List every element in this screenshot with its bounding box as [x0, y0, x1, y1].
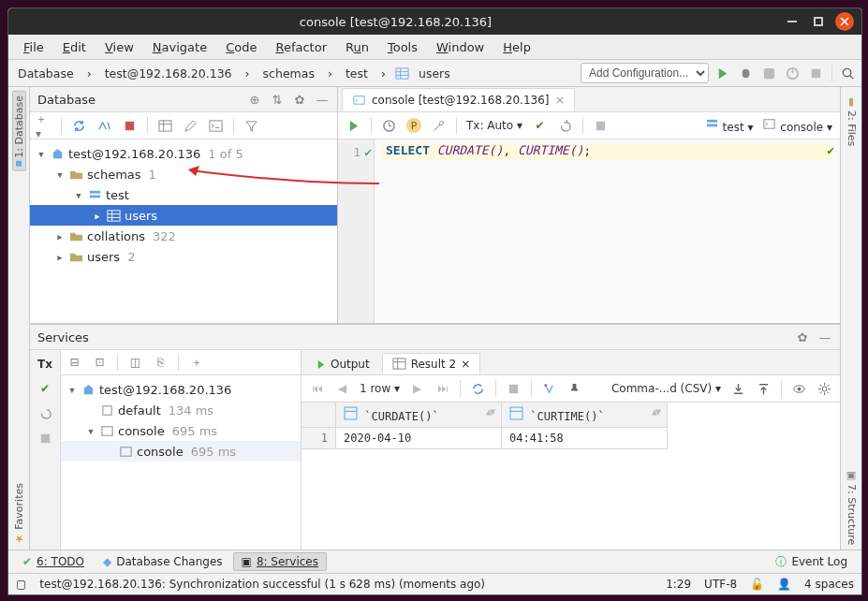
refresh-icon[interactable] [71, 118, 87, 134]
next-page-icon[interactable]: ▶ [409, 381, 425, 397]
hide-services-icon[interactable]: — [817, 330, 832, 344]
tool-favorites[interactable]: ★Favorites [12, 478, 26, 550]
sync-icon[interactable] [96, 118, 112, 134]
pin-icon[interactable] [566, 381, 582, 397]
execute-icon[interactable] [346, 118, 361, 134]
menu-run[interactable]: Run [336, 38, 378, 56]
sql-editor[interactable]: 1✔ SELECT CURDATE(), CURTIME(); ✔ [338, 139, 840, 323]
menu-refactor[interactable]: Refactor [266, 38, 336, 56]
tool-db-changes[interactable]: ◆Database Changes [95, 552, 231, 571]
prev-page-icon[interactable]: ◀ [334, 381, 350, 397]
inspector-icon[interactable]: 👤 [777, 578, 791, 591]
menu-help[interactable]: Help [493, 38, 540, 56]
menu-edit[interactable]: Edit [53, 38, 96, 56]
run-coverage-icon[interactable] [761, 66, 777, 81]
sql-line-1[interactable]: SELECT CURDATE(), CURTIME(); [382, 143, 832, 160]
run-icon[interactable] [714, 66, 730, 81]
schema-switcher[interactable]: test ▾ [705, 117, 754, 134]
svc-default[interactable]: default 134 ms [61, 400, 301, 420]
encoding[interactable]: UTF-8 [704, 578, 737, 591]
funnel-icon[interactable] [243, 118, 259, 134]
console-icon[interactable] [208, 118, 224, 134]
result-grid[interactable]: `CURDATE()`▲▼ `CURTIME()`▲▼ 1 2020-04-10… [302, 403, 840, 550]
tree-users-folder[interactable]: ▸ users 2 [30, 246, 337, 267]
download-icon[interactable] [730, 381, 746, 397]
gear-icon[interactable]: ✿ [795, 330, 810, 344]
expand-all-icon[interactable]: ⊟ [66, 355, 82, 371]
tool-services[interactable]: ▣8: Services [233, 552, 327, 571]
tool-2-files[interactable]: ▮2: Files [845, 91, 859, 151]
tx-rollback-icon[interactable] [37, 405, 53, 421]
caret-position[interactable]: 1:29 [666, 578, 691, 591]
menu-view[interactable]: View [96, 38, 143, 56]
maximize-button[interactable] [809, 12, 828, 31]
gear-icon[interactable]: ✿ [292, 93, 307, 107]
add-icon[interactable]: ＋ ▾ [36, 118, 51, 134]
col-curdate[interactable]: `CURDATE()` [364, 410, 438, 423]
menu-file[interactable]: File [14, 38, 53, 56]
svc-console-group[interactable]: ▾ console 695 ms [61, 420, 301, 441]
tree-table-users[interactable]: ▸ users [30, 205, 337, 226]
crumb-database[interactable]: Database [14, 66, 78, 81]
svc-console-item[interactable]: console 695 ms [61, 441, 301, 462]
menu-window[interactable]: Window [427, 38, 493, 56]
crumb-users[interactable]: users [415, 66, 454, 81]
database-tree[interactable]: ▾ test@192.168.20.136 1 of 5 ▾ schemas 1 [30, 139, 337, 323]
profile-icon[interactable] [785, 66, 801, 81]
tree-connection[interactable]: ▾ test@192.168.20.136 1 of 5 [30, 143, 337, 164]
stop-db-icon[interactable] [122, 118, 138, 134]
services-tab-result[interactable]: Result 2 × [382, 353, 481, 374]
crumb-test[interactable]: test [342, 66, 372, 81]
run-config-select[interactable]: Add Configuration... [581, 63, 709, 83]
hide-panel-icon[interactable]: — [315, 93, 330, 107]
close-result-icon[interactable]: × [461, 358, 470, 371]
svc-conn[interactable]: ▾ test@192.168.20.136 [61, 379, 301, 400]
tree-collations[interactable]: ▸ collations 322 [30, 226, 337, 246]
tool-event-log[interactable]: ⓘEvent Log [767, 551, 856, 573]
lock-icon[interactable]: 🔓 [750, 578, 764, 591]
compare-icon[interactable] [541, 381, 557, 397]
commit-icon[interactable]: ✔ [532, 118, 548, 134]
indent-widget[interactable]: 4 spaces [804, 578, 854, 591]
first-page-icon[interactable]: ⏮ [309, 381, 325, 397]
debug-icon[interactable] [738, 66, 754, 81]
cell-curtime[interactable]: 04:41:58 [502, 428, 668, 449]
upload-icon[interactable] [756, 381, 772, 397]
rollback-icon[interactable] [557, 118, 573, 134]
services-tab-output[interactable]: Output [305, 354, 380, 374]
tree-schemas[interactable]: ▾ schemas 1 [30, 164, 337, 184]
tx-commit-icon[interactable]: ✔ [37, 380, 53, 396]
wrench-icon[interactable] [431, 118, 447, 134]
stop-icon[interactable] [808, 66, 824, 81]
edit-icon[interactable] [183, 118, 199, 134]
tx-stop-icon[interactable] [37, 431, 53, 447]
menu-code[interactable]: Code [216, 38, 266, 56]
jump-to-data-icon[interactable] [157, 118, 173, 134]
stop-exec-icon[interactable] [593, 118, 609, 134]
console-switcher[interactable]: console ▾ [762, 117, 832, 134]
tx-mode[interactable]: Tx: Auto ▾ [466, 119, 522, 132]
menu-tools[interactable]: Tools [378, 38, 427, 56]
close-tab-icon[interactable]: × [555, 93, 566, 107]
group-by-icon[interactable]: ◫ [127, 355, 143, 371]
crumb-conn[interactable]: test@192.168.20.136 [101, 66, 236, 81]
collapse-all-icon[interactable]: ⊡ [92, 355, 108, 371]
add-service-icon[interactable]: ＋ [188, 355, 204, 371]
view-as-icon[interactable] [791, 381, 807, 397]
tree-schema-test[interactable]: ▾ test [30, 184, 337, 205]
reload-result-icon[interactable] [470, 381, 486, 397]
tool-1-database[interactable]: 1: Database [12, 91, 26, 171]
close-button[interactable] [835, 12, 854, 31]
minimize-button[interactable] [783, 12, 802, 31]
search-icon[interactable] [840, 66, 856, 81]
col-curtime[interactable]: `CURTIME()` [530, 410, 604, 423]
export-format[interactable]: Comma-...d (CSV) ▾ [611, 382, 721, 395]
tool-7-structure[interactable]: ▣7: Structure [845, 464, 859, 550]
scope-icon[interactable]: ⊕ [247, 93, 262, 107]
tool-todo[interactable]: ✔6: TODO [14, 552, 93, 571]
cell-curdate[interactable]: 2020-04-10 [336, 428, 502, 449]
editor-tab-console[interactable]: console [test@192.168.20.136] × [342, 88, 575, 111]
import-icon[interactable]: ⎘ [153, 355, 169, 371]
menu-navigate[interactable]: Navigate [143, 38, 216, 56]
filter-icon[interactable]: ⇅ [270, 93, 285, 107]
